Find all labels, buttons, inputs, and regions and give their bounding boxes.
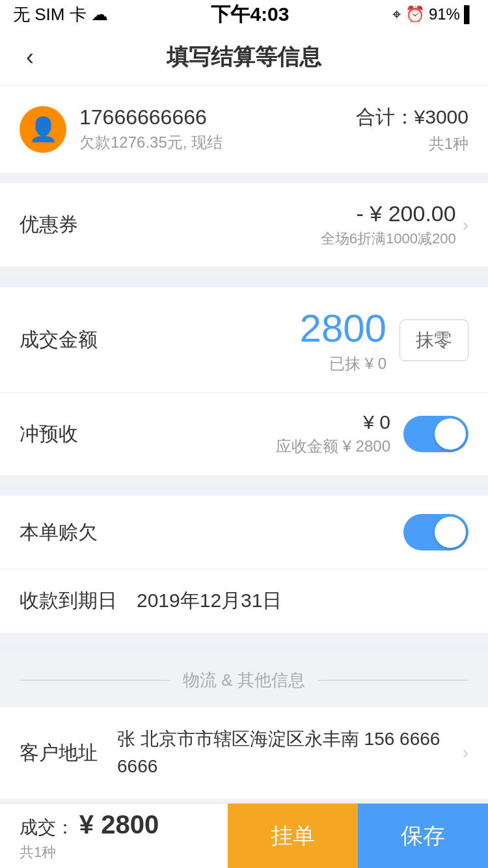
coupon-discount: - ¥ 200.00 — [321, 201, 456, 226]
logistics-separator: 物流 & 其他信息 — [0, 653, 488, 707]
section-divider-1 — [0, 277, 488, 288]
coupon-value: - ¥ 200.00 全场6折满1000减200 — [321, 201, 456, 249]
due-date-label: 收款到期日 2019年12月31日 — [20, 588, 282, 614]
content: 👤 17666666666 欠款1276.35元, 现结 合计：¥3000 共1… — [0, 86, 488, 868]
nav-bar: ‹ 填写结算等信息 — [0, 29, 488, 86]
bottom-deal-label: 成交： — [20, 817, 74, 837]
deal-amount-sub: 已抹 ¥ 0 — [300, 353, 386, 374]
deal-amount-section: 成交金额 2800 已抹 ¥ 0 抹零 冲预收 ¥ 0 应收金额 ¥ 2800 — [0, 288, 488, 475]
section-divider-2 — [0, 485, 488, 496]
sim-status: 无 SIM 卡 ☁ — [13, 3, 108, 26]
credit-row: 本单赊欠 — [0, 496, 488, 569]
page-title: 填写结算等信息 — [167, 42, 321, 72]
coupon-row[interactable]: 优惠券 - ¥ 200.00 全场6折满1000减200 › — [0, 183, 488, 267]
logistics-label: 物流 & 其他信息 — [183, 669, 305, 692]
prepayment-row: 冲预收 ¥ 0 应收金额 ¥ 2800 — [0, 393, 488, 475]
toggle-knob — [435, 418, 466, 450]
sep-line-left — [20, 680, 170, 681]
credit-toggle[interactable] — [403, 514, 468, 550]
customer-right: 合计：¥3000 共1种 — [356, 104, 468, 154]
address-label: 客户地址 — [20, 740, 98, 766]
credit-label: 本单赊欠 — [20, 519, 98, 546]
alarm-icon: ⏰ — [405, 5, 425, 23]
back-button[interactable]: ‹ — [20, 37, 40, 77]
status-time: 下午4:03 — [211, 1, 289, 28]
bottom-deal-amount: ¥ 2800 — [79, 810, 159, 839]
bottom-info: 成交： ¥ 2800 共1种 — [0, 804, 228, 868]
deal-amount-value: 2800 — [300, 306, 386, 351]
section-divider-3 — [0, 643, 488, 653]
address-chevron-icon: › — [463, 742, 468, 763]
location-icon: ⌖ — [392, 5, 401, 23]
total-count: 共1种 — [356, 133, 468, 154]
avatar-icon: 👤 — [29, 116, 58, 143]
prepayment-sub: 应收金额 ¥ 2800 — [276, 436, 390, 457]
due-date-row: 收款到期日 2019年12月31日 — [0, 569, 488, 632]
deal-amount-row: 成交金额 2800 已抹 ¥ 0 抹零 — [0, 288, 488, 393]
status-right: ⌖ ⏰ 91% ▌ — [392, 5, 475, 23]
customer-info: 17666666666 欠款1276.35元, 现结 — [79, 105, 223, 153]
bottom-deal-row: 成交： ¥ 2800 — [20, 810, 208, 840]
deal-amount-label: 成交金额 — [20, 327, 98, 353]
coupon-right: - ¥ 200.00 全场6折满1000减200 › — [321, 201, 468, 249]
bottom-bar: 成交： ¥ 2800 共1种 挂单 保存 — [0, 803, 488, 868]
address-value: 张 北京市市辖区海淀区永丰南 156 6666 6666 — [117, 726, 463, 780]
avatar: 👤 — [20, 106, 66, 153]
credit-right — [403, 514, 468, 550]
customer-phone: 17666666666 — [79, 105, 223, 129]
prepayment-label: 冲预收 — [20, 421, 78, 448]
bottom-count: 共1种 — [20, 843, 208, 862]
prepayment-right: ¥ 0 应收金额 ¥ 2800 — [276, 411, 468, 457]
status-bar: 无 SIM 卡 ☁ 下午4:03 ⌖ ⏰ 91% ▌ — [0, 0, 488, 29]
customer-left: 👤 17666666666 欠款1276.35元, 现结 — [20, 105, 223, 153]
battery-level: 91% — [429, 5, 460, 23]
customer-debt: 欠款1276.35元, 现结 — [79, 132, 223, 153]
round-zero-button[interactable]: 抹零 — [400, 319, 468, 361]
coupon-description: 全场6折满1000减200 — [321, 229, 456, 249]
sep-line-right — [318, 680, 468, 681]
credit-section: 本单赊欠 收款到期日 2019年12月31日 — [0, 496, 488, 632]
hold-order-button[interactable]: 挂单 — [228, 804, 358, 868]
prepayment-value-area: ¥ 0 应收金额 ¥ 2800 — [276, 411, 390, 457]
due-date-value: 2019年12月31日 — [137, 590, 282, 611]
customer-card: 👤 17666666666 欠款1276.35元, 现结 合计：¥3000 共1… — [0, 86, 488, 172]
deal-amount-right: 2800 已抹 ¥ 0 抹零 — [300, 306, 468, 374]
bottom-actions: 挂单 保存 — [228, 804, 488, 868]
coupon-label: 优惠券 — [20, 211, 78, 238]
prepayment-amount: ¥ 0 — [276, 411, 390, 433]
address-row[interactable]: 客户地址 张 北京市市辖区海淀区永丰南 156 6666 6666 › — [0, 707, 488, 798]
prepayment-toggle[interactable] — [403, 416, 468, 452]
total-amount: 合计：¥3000 — [356, 104, 468, 131]
credit-toggle-knob — [435, 517, 466, 548]
coupon-chevron-icon: › — [463, 215, 468, 236]
status-left: 无 SIM 卡 ☁ — [13, 3, 108, 26]
save-button[interactable]: 保存 — [358, 804, 488, 868]
battery-icon: ▌ — [464, 5, 475, 23]
